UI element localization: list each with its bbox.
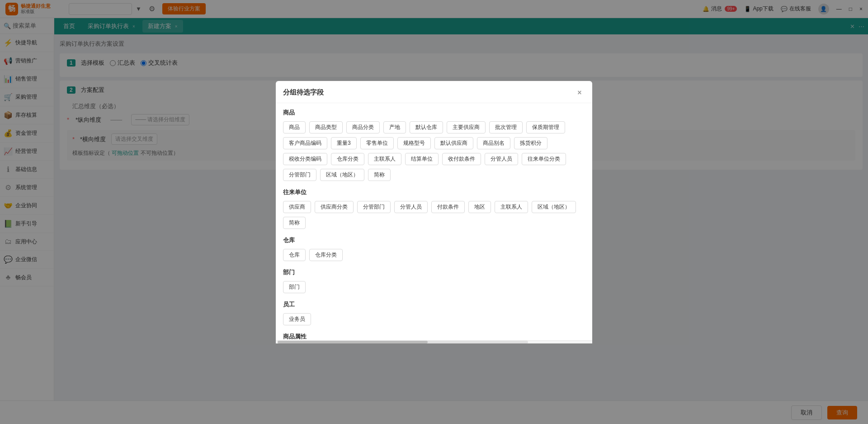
section-partner-title: 往来单位 [283, 188, 585, 196]
modal-header: 分组待选字段 × [276, 81, 592, 103]
field-tag-payment-cond[interactable]: 付款条件 [431, 201, 465, 213]
field-tag-area[interactable]: 地区 [468, 201, 491, 213]
field-tag-region-partner[interactable]: 区域（地区） [532, 201, 576, 213]
field-tag-salesperson[interactable]: 业务员 [283, 313, 311, 325]
field-tag-warehouse[interactable]: 仓库 [283, 249, 306, 261]
field-tag-goods-category[interactable]: 商品分类 [346, 121, 380, 133]
field-tag-goods[interactable]: 商品 [283, 121, 306, 133]
field-tag-dept-manage[interactable]: 分管部门 [283, 169, 316, 181]
section-department: 部门 部门 [283, 268, 585, 293]
employee-field-tags: 业务员 [283, 313, 585, 325]
field-tag-short-name-goods[interactable]: 简称 [368, 169, 391, 181]
field-tag-warehouse-category[interactable]: 仓库分类 [331, 153, 364, 165]
field-tag-spec-model[interactable]: 规格型号 [397, 137, 431, 149]
field-tag-tax-code[interactable]: 税收分类编码 [283, 153, 327, 165]
warehouse-field-tags: 仓库 仓库分类 [283, 249, 585, 261]
field-tag-origin[interactable]: 产地 [383, 121, 406, 133]
field-tag-payment-terms[interactable]: 收付款条件 [442, 153, 481, 165]
field-tag-manager-partner[interactable]: 分管人员 [394, 201, 428, 213]
field-select-modal: 分组待选字段 × 商品 商品 商品类型 商品分类 产地 默认仓库 主要供应商 批… [276, 81, 592, 343]
section-partner: 往来单位 供应商 供应商分类 分管部门 分管人员 付款条件 地区 主联系人 区域… [283, 188, 585, 229]
field-tag-dept-manage-partner[interactable]: 分管部门 [357, 201, 391, 213]
modal-overlay: 分组待选字段 × 商品 商品 商品类型 商品分类 产地 默认仓库 主要供应商 批… [0, 0, 868, 424]
modal-hscrollbar[interactable] [276, 340, 592, 343]
section-warehouse-title: 仓库 [283, 236, 585, 244]
close-icon: × [577, 89, 581, 97]
section-employee-title: 员工 [283, 300, 585, 309]
field-tag-default-supplier[interactable]: 默认供应商 [434, 137, 473, 149]
field-tag-supplier-category[interactable]: 供应商分类 [315, 201, 354, 213]
section-employee: 员工 业务员 [283, 300, 585, 325]
section-product-attr-title: 商品属性 [283, 333, 585, 340]
modal-close-button[interactable]: × [574, 87, 585, 98]
field-tag-retail-unit[interactable]: 零售单位 [360, 137, 394, 149]
field-tag-shelf-life[interactable]: 保质期管理 [526, 121, 565, 133]
modal-body[interactable]: 商品 商品 商品类型 商品分类 产地 默认仓库 主要供应商 批次管理 保质期管理… [276, 103, 592, 340]
goods-field-tags: 商品 商品类型 商品分类 产地 默认仓库 主要供应商 批次管理 保质期管理 客户… [283, 121, 585, 181]
field-tag-short-name-partner[interactable]: 简称 [283, 217, 306, 229]
department-field-tags: 部门 [283, 281, 585, 293]
section-warehouse: 仓库 仓库 仓库分类 [283, 236, 585, 261]
section-goods-title: 商品 [283, 109, 585, 117]
field-tag-partner-category[interactable]: 往来单位分类 [522, 153, 566, 165]
modal-title: 分组待选字段 [283, 88, 324, 97]
field-tag-customer-code[interactable]: 客户商品编码 [283, 137, 327, 149]
field-tag-settlement-unit[interactable]: 结算单位 [405, 153, 439, 165]
section-product-attr: 商品属性 属性 颜色 多规格 尺码 鞋码 1 [283, 333, 585, 340]
section-department-title: 部门 [283, 268, 585, 276]
field-tag-weight3[interactable]: 重量3 [331, 137, 357, 149]
field-tag-default-warehouse[interactable]: 默认仓库 [410, 121, 443, 133]
partner-field-tags: 供应商 供应商分类 分管部门 分管人员 付款条件 地区 主联系人 区域（地区） … [283, 201, 585, 229]
field-tag-batch-manage[interactable]: 批次管理 [489, 121, 523, 133]
section-goods: 商品 商品 商品类型 商品分类 产地 默认仓库 主要供应商 批次管理 保质期管理… [283, 109, 585, 181]
field-tag-main-supplier[interactable]: 主要供应商 [447, 121, 486, 133]
field-tag-goods-alias[interactable]: 商品别名 [477, 137, 510, 149]
field-tag-manager[interactable]: 分管人员 [485, 153, 518, 165]
field-tag-pick-points[interactable]: 拣货积分 [514, 137, 547, 149]
field-tag-main-contact[interactable]: 主联系人 [368, 153, 401, 165]
field-tag-warehouse-cat[interactable]: 仓库分类 [309, 249, 343, 261]
field-tag-department[interactable]: 部门 [283, 281, 306, 293]
field-tag-supplier[interactable]: 供应商 [283, 201, 311, 213]
field-tag-goods-type[interactable]: 商品类型 [309, 121, 343, 133]
field-tag-region-goods[interactable]: 区域（地区） [320, 169, 364, 181]
field-tag-main-contact-partner[interactable]: 主联系人 [495, 201, 528, 213]
